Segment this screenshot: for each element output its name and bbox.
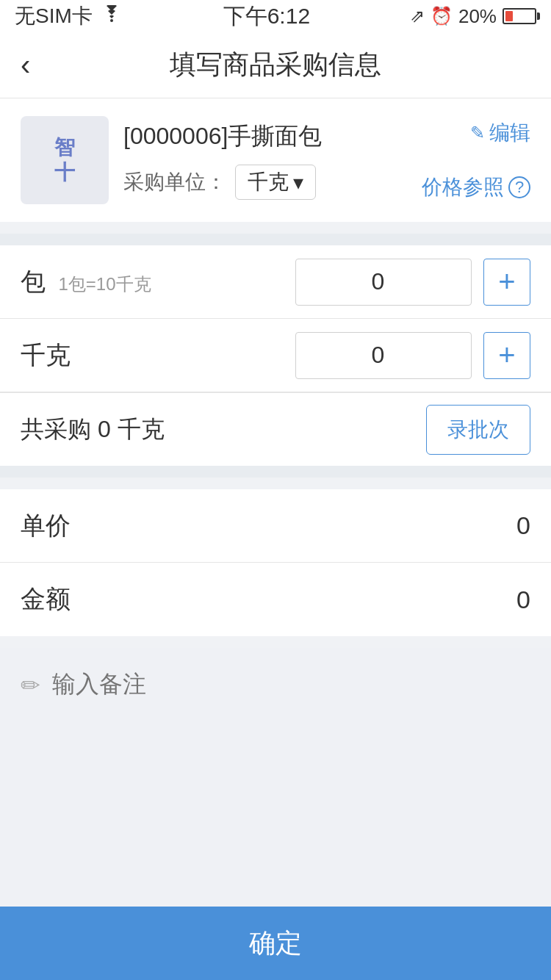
kg-input-row: 千克 + bbox=[0, 319, 551, 392]
product-card: 智 十 [0000006]手撕面包 采购单位： 千克 ▾ ✎ 编辑 价格参照 ? bbox=[0, 98, 551, 222]
amount-label: 金额 bbox=[21, 583, 71, 616]
location-icon: ⇗ bbox=[410, 6, 425, 26]
package-input-row: 包 1包=10千克 + bbox=[0, 245, 551, 319]
battery-percent: 20% bbox=[458, 5, 497, 28]
status-time: 下午6:12 bbox=[223, 1, 310, 32]
summary-text: 共采购 0 千克 bbox=[21, 414, 165, 446]
unit-price-value: 0 bbox=[516, 511, 530, 540]
alarm-icon: ⏰ bbox=[431, 6, 453, 26]
unit-select[interactable]: 千克 ▾ bbox=[235, 165, 316, 200]
amount-value: 0 bbox=[516, 586, 530, 614]
wifi-icon bbox=[100, 4, 123, 28]
status-bar-right: ⇗ ⏰ 20% bbox=[410, 5, 536, 28]
page-title: 填写商品采购信息 bbox=[170, 47, 381, 83]
kg-label: 千克 bbox=[21, 339, 138, 372]
kg-plus-button[interactable]: + bbox=[483, 332, 530, 379]
carrier-label: 无SIM卡 bbox=[15, 2, 93, 30]
help-icon: ? bbox=[508, 176, 530, 198]
price-section: 单价 0 金额 0 bbox=[0, 489, 551, 636]
back-button[interactable]: ‹ bbox=[21, 48, 30, 82]
package-plus-button[interactable]: + bbox=[483, 259, 530, 306]
batch-button[interactable]: 录批次 bbox=[426, 405, 530, 455]
product-image: 智 十 bbox=[21, 116, 109, 204]
battery-icon bbox=[503, 8, 536, 24]
package-label: 包 1包=10千克 bbox=[21, 265, 151, 299]
svg-point-0 bbox=[110, 19, 113, 22]
remark-input[interactable] bbox=[52, 669, 530, 742]
edit-button[interactable]: ✎ 编辑 bbox=[470, 119, 530, 147]
nav-bar: ‹ 填写商品采购信息 bbox=[0, 32, 551, 98]
kg-input-wrap: + bbox=[138, 332, 530, 379]
amount-row: 金额 0 bbox=[0, 563, 551, 636]
status-bar: 无SIM卡 下午6:12 ⇗ ⏰ 20% bbox=[0, 0, 551, 32]
input-section: 包 1包=10千克 + 千克 + bbox=[0, 245, 551, 392]
confirm-button[interactable]: 确定 bbox=[0, 907, 551, 980]
package-input-wrap: + bbox=[151, 259, 530, 306]
kg-input[interactable] bbox=[295, 332, 472, 379]
pencil-icon: ✏ bbox=[21, 671, 40, 699]
dropdown-arrow-icon: ▾ bbox=[293, 170, 303, 195]
product-logo: 智 十 bbox=[54, 135, 75, 184]
product-name: [0000006]手撕面包 bbox=[123, 120, 530, 153]
unit-price-row: 单价 0 bbox=[0, 489, 551, 563]
package-input[interactable] bbox=[295, 259, 472, 306]
divider-2 bbox=[0, 466, 551, 478]
unit-price-label: 单价 bbox=[21, 509, 71, 543]
package-sublabel: 1包=10千克 bbox=[58, 274, 151, 294]
edit-icon: ✎ bbox=[470, 123, 485, 143]
unit-label: 采购单位： bbox=[123, 168, 226, 196]
divider-1 bbox=[0, 234, 551, 245]
price-ref-button[interactable]: 价格参照 ? bbox=[422, 173, 530, 201]
summary-row: 共采购 0 千克 录批次 bbox=[0, 392, 551, 466]
remark-section: ✏ bbox=[0, 648, 551, 912]
status-bar-left: 无SIM卡 bbox=[15, 2, 123, 30]
